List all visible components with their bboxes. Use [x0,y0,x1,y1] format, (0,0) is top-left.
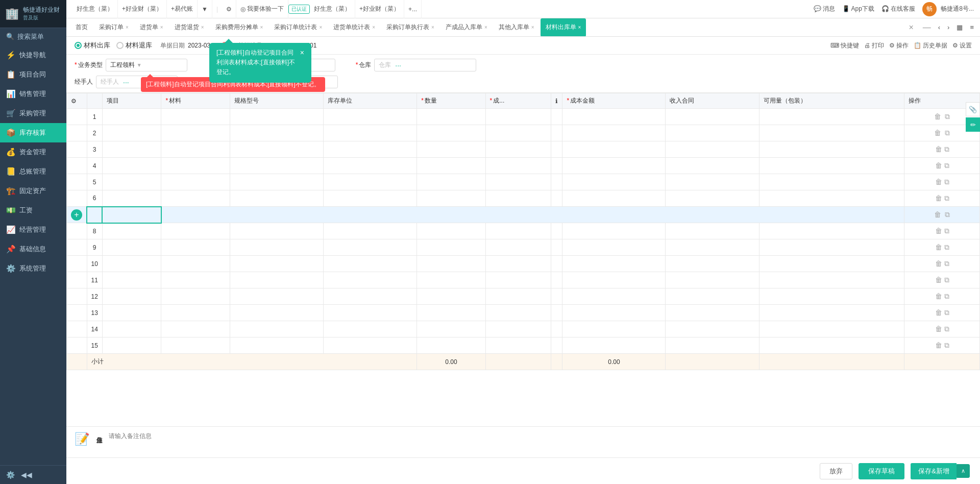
row-revenue[interactable] [666,158,759,174]
handler-dots-icon[interactable]: ··· [123,78,129,86]
row-project[interactable] [102,174,161,190]
delete-icon[interactable]: 🗑 [934,210,941,219]
topbar-tab-good-finance2[interactable]: +好业财（菜） [355,0,404,18]
history-btn[interactable]: 📋 历史单据 [914,41,947,50]
row-cost[interactable] [485,190,551,207]
add-row-spacer[interactable] [161,207,904,223]
row-spec[interactable] [230,109,323,125]
sec-tab-material-out[interactable]: 材料出库单 × [541,18,586,37]
row-material[interactable] [161,190,230,207]
row-material[interactable] [161,158,230,174]
delete-icon[interactable]: 🗑 [935,145,942,153]
window-minimize-btn[interactable]: — [921,23,933,32]
row-unit[interactable] [324,174,417,190]
copy-icon[interactable]: ⧉ [944,341,949,349]
row-quantity[interactable] [417,158,485,174]
row-available[interactable] [759,109,904,125]
row-available[interactable] [759,141,904,158]
row-cost[interactable] [485,109,551,125]
sidebar-search[interactable]: 🔍 搜索菜单 [0,28,66,45]
row-cost[interactable] [485,141,551,158]
row-cost[interactable] [485,125,551,141]
add-row-button[interactable]: + [71,209,82,221]
row-cost-amount[interactable] [562,125,666,141]
table-container[interactable]: ⚙ 项目 材料 规格型号 库存单位 数量 成... ℹ 成本金额 收入合同 可用… [66,92,980,426]
row-material[interactable] [161,141,230,158]
row-spec[interactable] [230,174,323,190]
row-spec[interactable] [230,125,323,141]
row-quantity[interactable] [417,174,485,190]
sec-tab-purchase-order[interactable]: 采购订单 × [94,18,134,37]
copy-icon[interactable]: ⧉ [945,210,950,219]
row-revenue[interactable] [666,125,759,141]
sidebar-item-purchase[interactable]: 🛒 采购管理 [0,104,66,123]
copy-icon[interactable]: ⧉ [944,194,949,202]
window-close-btn[interactable]: × [904,23,917,32]
copy-icon[interactable]: ⧉ [944,243,949,251]
green-tooltip-close[interactable]: × [300,47,304,58]
row-quantity[interactable] [417,141,485,158]
tab-close-icon[interactable]: × [126,25,129,30]
user-name[interactable]: 畅捷通8号... [941,5,974,13]
sidebar-item-fixed-assets[interactable]: 🏗️ 固定资产 [0,181,66,201]
row-project[interactable] [102,190,161,207]
th-gear[interactable]: ⚙ [67,93,87,109]
topbar-tab-good-business2[interactable]: 好生意（菜） [310,0,355,18]
app-download-btn[interactable]: 📱 App下载 [842,5,874,13]
row-cost-amount[interactable] [562,174,666,190]
quick-key-btn[interactable]: ⌨ 快捷键 [830,41,859,50]
sidebar-item-basic-info[interactable]: 📌 基础信息 [0,239,66,259]
copy-icon[interactable]: ⧉ [944,325,949,333]
row-available[interactable] [759,158,904,174]
topbar-tab-more[interactable]: ▼ [198,0,212,18]
row-available[interactable] [759,174,904,190]
sec-tab-incoming-stat[interactable]: 进货单统计表 × [328,18,380,37]
delete-icon[interactable]: 🗑 [935,194,942,202]
row-quantity[interactable] [417,190,485,207]
tab-close-icon[interactable]: × [319,25,322,30]
online-service-btn[interactable]: 🎧 在线客服 [881,5,915,13]
row-cost[interactable] [485,174,551,190]
nav-next-btn[interactable]: › [945,22,951,32]
sidebar-item-ledger[interactable]: 📒 总账管理 [0,162,66,181]
sec-tab-incoming-return[interactable]: 进货退货 × [169,18,209,37]
row-spec[interactable] [230,141,323,158]
sidebar-item-project-contract[interactable]: 📋 项目合同 [0,65,66,84]
row-material[interactable] [161,109,230,125]
row-revenue[interactable] [666,174,759,190]
tab-close-icon[interactable]: × [431,25,434,30]
print-btn[interactable]: 🖨 打印 [864,41,884,50]
topbar-tab-good-finance[interactable]: +好业财（菜） [118,0,167,18]
copy-icon[interactable]: ⧉ [944,259,949,268]
row-available[interactable] [759,190,904,207]
row-unit[interactable] [324,141,417,158]
message-btn[interactable]: 💬 消息 [814,5,835,13]
copy-icon[interactable]: ⧉ [944,276,949,284]
row-revenue[interactable] [666,109,759,125]
row-unit[interactable] [324,190,417,207]
topbar-tab-good-business[interactable]: 好生意（菜） [72,0,118,18]
delete-icon[interactable]: 🗑 [935,292,942,300]
row-project[interactable] [102,141,161,158]
sec-tab-purchase-stat[interactable]: 采购订单统计表 × [269,18,327,37]
topbar-settings[interactable]: ⚙ [222,0,236,18]
row-available[interactable] [759,125,904,141]
collapse-icon[interactable]: ◀◀ [21,471,32,479]
warehouse-input[interactable]: 仓库 ··· [374,59,476,71]
radio-material-return[interactable]: 材料退库 [116,41,152,50]
nav-prev-btn[interactable]: ‹ [936,22,942,32]
sec-tab-purchase-fee[interactable]: 采购费用分摊单 × [210,18,268,37]
delete-icon[interactable]: 🗑 [935,259,942,268]
grid-view-btn[interactable]: ▦ [954,22,965,32]
row-spec[interactable] [230,190,323,207]
sidebar-item-capital[interactable]: 💰 资金管理 [0,142,66,162]
save-new-arrow-button[interactable]: ∧ [957,464,970,478]
sidebar-item-inventory[interactable]: 📦 库存核算 [0,123,66,142]
settings-form-btn[interactable]: ⚙ 设置 [952,41,972,50]
copy-icon[interactable]: ⧉ [944,308,949,317]
tab-close-icon[interactable]: × [531,25,534,30]
row-spec[interactable] [230,158,323,174]
row-material[interactable] [161,174,230,190]
notes-input[interactable] [109,432,972,452]
radio-material-out[interactable]: 材料出库 [75,41,110,50]
